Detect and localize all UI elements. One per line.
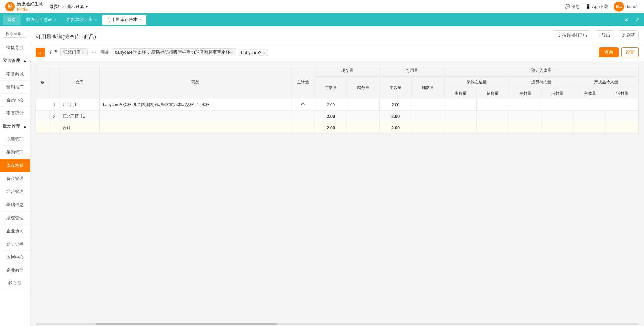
refresh-button[interactable]: ↺ 刷新 (618, 30, 639, 40)
industry-selector[interactable]: 母婴行业演示账套 ▾ (46, 2, 99, 11)
cell-product-2 (100, 111, 291, 122)
product-tag-1[interactable]: babycare?... (238, 49, 268, 56)
th-available-group: 可用量 (379, 65, 444, 77)
table-row: 2 江北门店【... 2.00 2.00 (36, 111, 639, 122)
page-header-actions: 🖨 按模板打印 ▾ ↑ 导出 ↺ 刷新 (553, 30, 639, 44)
warehouse-tag-remove-0[interactable]: × (82, 50, 85, 55)
cell-prod-aux-qty (606, 99, 639, 111)
sidebar-item-member-center[interactable]: 会员中心 (0, 94, 30, 107)
tab-close-inventory[interactable]: × (140, 18, 142, 22)
cell-goods-aux-qty (541, 99, 574, 111)
cell-row-num: 1 (49, 99, 59, 111)
warehouse-filter-group: 仓库 江北门店 × (49, 48, 88, 56)
tab-home[interactable]: 首页 (3, 15, 21, 25)
tab-maximize[interactable]: ⤢ (633, 16, 641, 24)
cell-available-aux-qty-2 (412, 111, 444, 122)
sidebar-item-app-center[interactable]: 应用中心 (0, 251, 30, 264)
tab-orders[interactable]: 要货单统计表 × (62, 15, 101, 25)
user-menu[interactable]: Ea demo2 (614, 2, 639, 12)
th-row-num (49, 65, 59, 99)
cell-current-main-qty: 2.00 (315, 99, 347, 111)
sidebar-item-wholesale-mgmt[interactable]: 批发管理 ▲ (0, 120, 30, 133)
cell-prod-main-qty-2 (574, 111, 606, 122)
message-button[interactable]: 💬 消息 (565, 4, 580, 10)
scrollbar-thumb[interactable] (96, 323, 277, 325)
cell-available-main-qty: 2.00 (379, 99, 412, 111)
th-purchase-transit-group: 采购在途量 (444, 77, 509, 88)
template-print-button[interactable]: 🖨 按模板打印 ▾ (553, 30, 591, 40)
page-title: 可用量查询(按仓库+商品) (36, 34, 96, 41)
filter-more-icon[interactable]: ··· (92, 49, 97, 56)
product-filter-group: 商品 babycare学饮杯 儿童防摔防撞吸管杯重力球吸嘴杯宝宝水杯 × bab… (101, 48, 268, 56)
inventory-table: ⚙ 仓库 商品 主计量 现存量 可用量 预计入库量 主数量 辅数量 主数量 辅数… (36, 65, 639, 134)
cell-warehouse: 江北门店 (59, 99, 100, 111)
sidebar: 快捷导航 零售管理 ▲ 零售商城 营销推广 会员中心 零售统计 批发管理 ▲ 电… (0, 26, 30, 326)
sidebar-item-enterprise-wechat[interactable]: 企业微信 (0, 264, 30, 277)
logo-area: 好 畅捷通好生意 标准版 (5, 1, 43, 12)
total-row: 合计 2.00 2.00 (36, 122, 639, 134)
total-current-aux-qty (347, 122, 380, 134)
sidebar-item-operations[interactable]: 经营管理 (0, 185, 30, 198)
cell-purchase-aux-qty (477, 99, 509, 111)
app-download-button[interactable]: 📱 App下载 (585, 4, 608, 10)
total-purchase-aux-qty (477, 122, 509, 134)
sidebar-item-ecommerce[interactable]: 电商管理 (0, 133, 30, 146)
total-unit (291, 122, 315, 134)
cell-purchase-main-qty (444, 99, 477, 111)
main-layout: 快捷导航 零售管理 ▲ 零售商城 营销推广 会员中心 零售统计 批发管理 ▲ 电… (0, 26, 644, 326)
cell-warehouse-2: 江北门店【... (59, 111, 100, 122)
th-current-stock-group: 现存量 (315, 65, 379, 77)
sidebar-item-marketing[interactable]: 营销推广 (0, 81, 30, 94)
warehouse-tag-0[interactable]: 江北门店 × (60, 48, 88, 56)
avatar: Ea (614, 2, 624, 12)
th-main-unit: 主计量 (291, 65, 315, 99)
chevron-down-icon-2: ▾ (585, 33, 588, 38)
settings-button[interactable]: 设置 (621, 47, 639, 57)
print-icon: 🖨 (556, 33, 561, 38)
cell-main-unit: 个 (291, 99, 315, 111)
tab-close-receipts[interactable]: × (54, 18, 56, 22)
sidebar-item-member[interactable]: 畅会员 (0, 277, 30, 290)
sidebar-item-finance[interactable]: 资金管理 (0, 172, 30, 185)
product-filter-label: 商品 (101, 49, 109, 55)
scrollbar-track (36, 323, 639, 325)
query-button[interactable]: 查询 (599, 47, 619, 57)
sidebar-item-retail-mgmt[interactable]: 零售管理 ▲ (0, 54, 30, 67)
top-bar: 好 畅捷通好生意 标准版 母婴行业演示账套 ▾ 💬 消息 📱 App下载 Ea … (0, 0, 644, 13)
tab-close-orders[interactable]: × (95, 18, 97, 22)
sidebar-item-retail-mall[interactable]: 零售商城 (0, 67, 30, 81)
total-label: 合计 (59, 122, 100, 134)
cell-available-aux-qty (412, 99, 444, 111)
th-current-main-qty: 主数量 (315, 77, 347, 99)
tab-close-all[interactable]: ✕ (622, 16, 630, 24)
sidebar-search-area (0, 26, 30, 41)
sidebar-item-purchase-mgmt[interactable]: 采购管理 (0, 146, 30, 159)
sidebar-item-enterprise[interactable]: 企业协同 (0, 225, 30, 238)
export-button[interactable]: ↑ 导出 (595, 30, 614, 40)
sidebar-item-system-mgmt[interactable]: 系统管理 (0, 212, 30, 225)
horizontal-scrollbar[interactable] (30, 322, 644, 326)
sidebar-item-quick-nav[interactable]: 快捷导航 (0, 41, 30, 54)
tab-bar: 首页 收发存汇总表 × 要货单统计表 × 可用量库存账本 × ✕ ⤢ (0, 13, 644, 26)
product-tag-remove-0[interactable]: × (231, 50, 234, 55)
sidebar-item-basic-info[interactable]: 基础信息 (0, 198, 30, 212)
search-input[interactable] (3, 30, 27, 38)
content-area: 可用量查询(按仓库+商品) 🖨 按模板打印 ▾ ↑ 导出 ↺ 刷新 (30, 26, 644, 326)
cell-available-main-qty-2: 2.00 (379, 111, 412, 122)
sidebar-item-retail-stats[interactable]: 零售统计 (0, 107, 30, 120)
sidebar-item-new-guide[interactable]: 新手引导 (0, 238, 30, 251)
logo-text: 畅捷通好生意 标准版 (17, 1, 43, 12)
cell-product: babycare学饮杯 儿童防摔防撞吸管杯重力球吸嘴杯宝宝水杯 (100, 99, 291, 111)
tab-inventory[interactable]: 可用量库存账本 × (102, 15, 146, 25)
filter-area: » 仓库 江北门店 × ··· 商品 babycare学饮杯 儿童防摔防撞吸管杯… (30, 44, 644, 61)
cell-current-main-qty-2: 2.00 (315, 111, 347, 122)
cell-goods-main-qty (509, 99, 541, 111)
total-current-main-qty: 2.00 (315, 122, 347, 134)
filter-toggle-button[interactable]: » (36, 48, 45, 57)
product-tag-0[interactable]: babycare学饮杯 儿童防摔防撞吸管杯重力球吸嘴杯宝宝水杯 × (112, 48, 237, 56)
tab-receipts[interactable]: 收发存汇总表 × (21, 15, 61, 25)
cell-settings-2 (36, 111, 49, 122)
sidebar-item-inventory-check[interactable]: 库存核算 (0, 159, 30, 172)
tab-bar-actions: ✕ ⤢ (622, 16, 641, 24)
total-settings (36, 122, 49, 134)
